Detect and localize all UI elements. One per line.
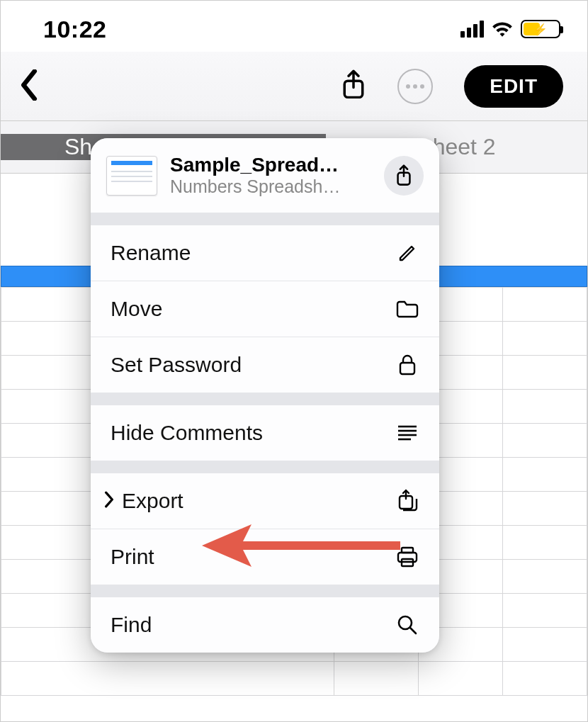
svg-line-12 [410, 628, 416, 633]
back-button[interactable] [19, 69, 39, 103]
lock-icon [395, 354, 419, 376]
search-icon [395, 614, 419, 636]
folder-icon [395, 300, 419, 318]
more-button[interactable] [397, 69, 433, 104]
menu-item-hide-comments[interactable]: Hide Comments [91, 405, 439, 461]
menu-item-label: Find [111, 613, 152, 637]
status-bar: 10:22 ⚡ [1, 1, 587, 52]
status-right: ⚡ [460, 20, 560, 38]
menu-item-find[interactable]: Find [91, 597, 439, 653]
chevron-right-icon [103, 489, 115, 513]
share-button[interactable] [341, 69, 366, 103]
svg-rect-2 [400, 363, 414, 374]
document-thumbnail-icon [106, 156, 157, 196]
battery-icon: ⚡ [521, 20, 560, 38]
menu-item-label: Print [111, 545, 154, 569]
cellular-signal-icon [460, 21, 484, 38]
menu-item-export[interactable]: Export [91, 473, 439, 529]
menu-item-label: Export [122, 489, 183, 513]
pencil-icon [395, 243, 419, 263]
menu-item-print[interactable]: Print [91, 529, 439, 585]
printer-icon [395, 546, 419, 568]
popover-header: Sample_Spread… Numbers Spreadsh… [91, 138, 439, 213]
menu-item-set-password[interactable]: Set Password [91, 337, 439, 393]
menu-item-label: Rename [111, 241, 191, 265]
menu-item-move[interactable]: Move [91, 281, 439, 337]
document-actions-popover: Sample_Spread… Numbers Spreadsh… Rename … [91, 138, 439, 653]
menu-item-label: Set Password [111, 353, 242, 377]
export-stack-icon [395, 489, 419, 513]
menu-item-label: Hide Comments [111, 421, 263, 445]
document-subtitle: Numbers Spreadsh… [170, 176, 371, 197]
edit-button[interactable]: EDIT [464, 65, 563, 108]
status-time: 10:22 [43, 16, 106, 43]
menu-item-label: Move [111, 297, 162, 321]
toolbar: EDIT [1, 52, 587, 121]
wifi-icon [491, 21, 514, 38]
text-lines-icon [395, 424, 419, 441]
document-title: Sample_Spread… [170, 154, 371, 176]
menu-item-rename[interactable]: Rename [91, 225, 439, 281]
popover-share-button[interactable] [384, 156, 424, 196]
